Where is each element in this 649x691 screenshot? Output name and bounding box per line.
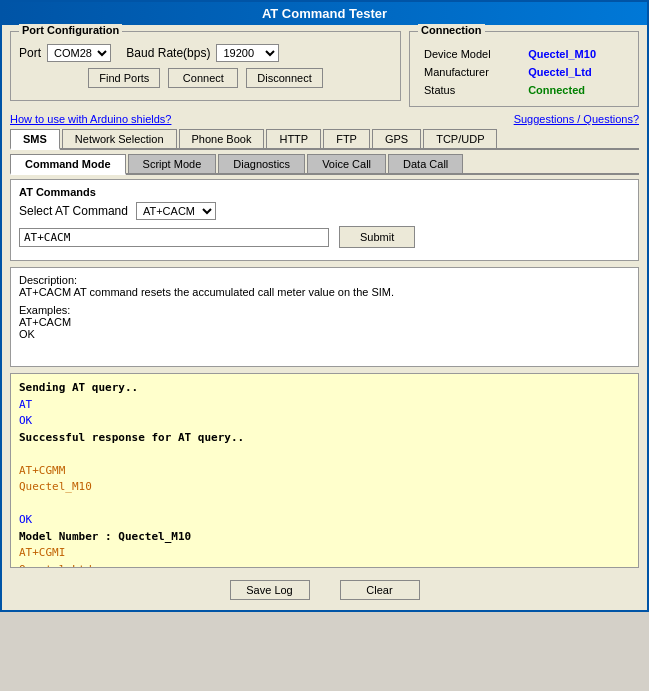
description-body: AT+CACM AT command resets the accumulate… — [19, 286, 630, 298]
select-at-label: Select AT Command — [19, 204, 128, 218]
output-line-2: AT — [19, 397, 630, 414]
output-line-3: OK — [19, 413, 630, 430]
at-commands-label: AT Commands — [19, 186, 630, 198]
tab-phone-book[interactable]: Phone Book — [179, 129, 265, 148]
baud-label: Baud Rate(bps) — [126, 46, 210, 60]
port-select[interactable]: COM28 COM1 COM2 — [47, 44, 111, 62]
output-line-9: OK — [19, 512, 630, 529]
description-title: Description: — [19, 274, 630, 286]
status-label: Status — [420, 82, 522, 98]
tab-http[interactable]: HTTP — [266, 129, 321, 148]
output-line-10: Model Number : Quectel_M10 — [19, 529, 630, 546]
description-box: Description: AT+CACM AT command resets t… — [10, 267, 639, 367]
window-title: AT Command Tester — [262, 6, 387, 21]
title-bar: AT Command Tester — [2, 2, 647, 25]
device-model-value: Quectel_M10 — [524, 46, 628, 62]
tab-tcpudp[interactable]: TCP/UDP — [423, 129, 497, 148]
disconnect-button[interactable]: Disconnect — [246, 68, 322, 88]
arduino-link[interactable]: How to use with Arduino shields? — [10, 113, 171, 125]
output-line-6: AT+CGMM — [19, 463, 630, 480]
find-ports-button[interactable]: Find Ports — [88, 68, 160, 88]
port-label: Port — [19, 46, 41, 60]
tab-ftp[interactable]: FTP — [323, 129, 370, 148]
connect-button[interactable]: Connect — [168, 68, 238, 88]
at-commands-section: AT Commands Select AT Command AT+CACM AT… — [10, 179, 639, 261]
tab-bar-2: Command Mode Script Mode Diagnostics Voi… — [10, 154, 639, 175]
tab-sms[interactable]: SMS — [10, 129, 60, 150]
tab-script-mode[interactable]: Script Mode — [128, 154, 217, 173]
output-line-7: Quectel_M10 — [19, 479, 630, 496]
tab-network-selection[interactable]: Network Selection — [62, 129, 177, 148]
output-line-1: Sending AT query.. — [19, 380, 630, 397]
manufacturer-label: Manufacturer — [420, 64, 522, 80]
tab-gps[interactable]: GPS — [372, 129, 421, 148]
submit-button[interactable]: Submit — [339, 226, 415, 248]
output-line-12: Quectel_Ltd — [19, 562, 630, 569]
tab-bar-1: SMS Network Selection Phone Book HTTP FT… — [10, 129, 639, 150]
clear-button[interactable]: Clear — [340, 580, 420, 600]
save-log-button[interactable]: Save Log — [230, 580, 310, 600]
status-value: Connected — [524, 82, 628, 98]
port-config-label: Port Configuration — [19, 24, 122, 36]
output-line-11: AT+CGMI — [19, 545, 630, 562]
tab-diagnostics[interactable]: Diagnostics — [218, 154, 305, 173]
suggestions-link[interactable]: Suggestions / Questions? — [514, 113, 639, 125]
baud-select[interactable]: 19200 9600 38400 115200 — [216, 44, 279, 62]
device-model-label: Device Model — [420, 46, 522, 62]
tab-command-mode[interactable]: Command Mode — [10, 154, 126, 175]
connection-label: Connection — [418, 24, 485, 36]
output-line-8 — [19, 496, 630, 513]
example2: OK — [19, 328, 630, 340]
at-command-input[interactable] — [19, 228, 329, 247]
tab-data-call[interactable]: Data Call — [388, 154, 463, 173]
tab-voice-call[interactable]: Voice Call — [307, 154, 386, 173]
output-line-4: Successful response for AT query.. — [19, 430, 630, 447]
examples-title: Examples: — [19, 304, 630, 316]
example1: AT+CACM — [19, 316, 630, 328]
manufacturer-value: Quectel_Ltd — [524, 64, 628, 80]
bottom-bar: Save Log Clear — [10, 574, 639, 604]
at-command-select[interactable]: AT+CACM AT+CAMM AT+CAOC — [136, 202, 216, 220]
output-line-5 — [19, 446, 630, 463]
output-area[interactable]: Sending AT query.. AT OK Successful resp… — [10, 373, 639, 568]
